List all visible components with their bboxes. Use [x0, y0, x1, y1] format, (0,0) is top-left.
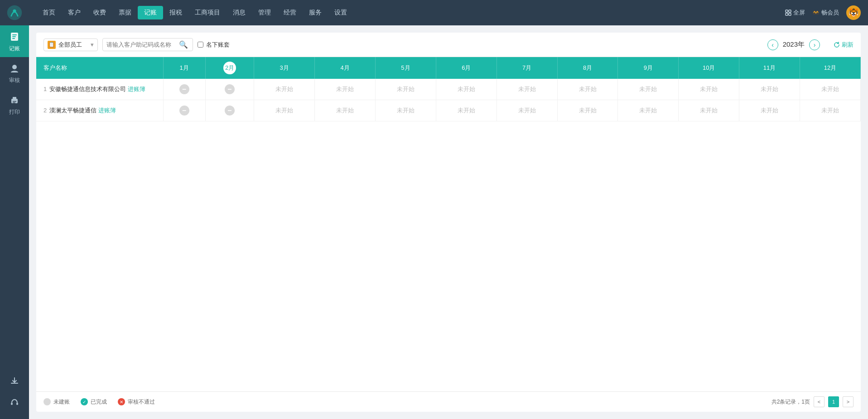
svg-rect-10 [13, 102, 15, 103]
sidebar-item-audit-label: 审核 [9, 77, 20, 84]
status-dash: – [225, 84, 235, 94]
employee-select[interactable]: 📋 全部员工 ▾ [43, 39, 98, 51]
svg-point-6 [12, 65, 17, 69]
td-mar: 未开始 [254, 100, 315, 121]
status-not-started: 未开始 [761, 107, 778, 114]
prev-page-btn[interactable]: < [814, 396, 825, 407]
td-sep: 未开始 [618, 79, 679, 100]
enter-link[interactable]: 进账簿 [98, 107, 116, 114]
user-avatar[interactable]: 🐯 [846, 5, 861, 20]
fullscreen-icon [785, 10, 791, 16]
fullscreen-label: 全屏 [793, 9, 805, 17]
table-header-row: 客户名称 1月 2月 3月 4月 5月 6月 7月 8月 9月 [36, 57, 861, 79]
vip-label: 畅会员 [821, 9, 839, 17]
chevron-down-icon: ▾ [91, 41, 94, 48]
search-input-wrap: 🔍 [102, 38, 193, 51]
td-sep: 未开始 [618, 100, 679, 121]
topnav-bookkeeping[interactable]: 记账 [138, 6, 163, 19]
td-client-name: 1安徽畅捷通信息技术有限公司 进账簿 [36, 79, 163, 100]
table-body: 1安徽畅捷通信息技术有限公司 进账簿––未开始未开始未开始未开始未开始未开始未开… [36, 79, 861, 121]
vip-btn[interactable]: 畅会员 [812, 9, 839, 17]
topnav-operations[interactable]: 经营 [277, 6, 303, 19]
legend-completed: ✓ 已完成 [81, 398, 107, 406]
th-aug: 8月 [557, 57, 618, 79]
th-nov: 11月 [739, 57, 800, 79]
status-not-started: 未开始 [518, 107, 536, 114]
svg-rect-8 [13, 97, 16, 99]
current-page-btn[interactable]: 1 [828, 396, 839, 407]
vip-icon [812, 9, 820, 16]
svg-rect-9 [13, 101, 16, 102]
status-not-started: 未开始 [336, 86, 354, 92]
my-accounts-checkbox[interactable] [198, 42, 203, 48]
th-sep: 9月 [618, 57, 679, 79]
td-oct: 未开始 [679, 100, 739, 121]
topnav-management[interactable]: 管理 [252, 6, 277, 19]
sidebar: 记账 审核 打印 [0, 0, 29, 419]
topnav-business[interactable]: 工商项目 [188, 6, 227, 19]
pagination: 共2条记录，1页 < 1 > [772, 396, 854, 407]
refresh-label: 刷新 [842, 41, 854, 49]
status-not-started: 未开始 [700, 107, 718, 114]
topnav-settings[interactable]: 设置 [328, 6, 353, 19]
prev-year-button[interactable]: ‹ [767, 39, 778, 50]
sidebar-item-audit[interactable]: 审核 [0, 57, 29, 89]
row-number: 1 [43, 86, 47, 92]
sidebar-item-bookkeeping-label: 记账 [9, 45, 20, 53]
th-may: 5月 [376, 57, 436, 79]
legend-dot-red: ✕ [118, 398, 125, 405]
topnav-tax[interactable]: 报税 [163, 6, 188, 19]
topnav-invoices[interactable]: 票据 [112, 6, 138, 19]
client-name: 安徽畅捷通信息技术有限公司 [49, 86, 126, 92]
td-may: 未开始 [376, 79, 436, 100]
search-input[interactable] [106, 41, 179, 48]
topnav-right: 全屏 畅会员 🐯 [785, 5, 861, 20]
topnav-services[interactable]: 服务 [303, 6, 328, 19]
sidebar-item-bookkeeping[interactable]: 记账 [0, 25, 29, 57]
td-mar: 未开始 [254, 79, 315, 100]
th-apr: 4月 [315, 57, 376, 79]
th-dec: 12月 [800, 57, 861, 79]
status-not-started: 未开始 [639, 107, 657, 114]
td-aug: 未开始 [557, 79, 618, 100]
next-year-button[interactable]: › [809, 39, 820, 50]
svg-rect-4 [12, 36, 16, 37]
topnav-clients[interactable]: 客户 [62, 6, 87, 19]
sidebar-download-btn[interactable] [5, 372, 24, 390]
fullscreen-btn[interactable]: 全屏 [785, 9, 805, 17]
topnav-messages[interactable]: 消息 [227, 6, 252, 19]
refresh-button[interactable]: 刷新 [834, 41, 854, 49]
topnav-billing[interactable]: 收费 [87, 6, 112, 19]
checkbox-text: 名下账套 [206, 41, 230, 49]
th-feb: 2月 [205, 57, 254, 79]
year-nav: ‹ 2023年 › [767, 39, 820, 50]
td-nov: 未开始 [739, 100, 800, 121]
status-not-started: 未开始 [458, 86, 475, 92]
status-dash: – [179, 84, 189, 94]
th-mar: 3月 [254, 57, 315, 79]
legend-rejected-label: 审核不通过 [128, 398, 155, 406]
next-page-btn[interactable]: > [843, 396, 854, 407]
footer: 未建账 ✓ 已完成 ✕ 审核不通过 共2条记录，1页 < 1 > [36, 391, 861, 412]
th-oct: 10月 [679, 57, 739, 79]
legend-not-started: 未建账 [43, 398, 70, 406]
content-area: 📋 全部员工 ▾ 🔍 名下账套 ‹ 2023年 › [29, 25, 868, 419]
sidebar-headset-btn[interactable] [5, 394, 24, 412]
status-not-started: 未开始 [275, 86, 293, 92]
sidebar-item-print[interactable]: 打印 [0, 89, 29, 120]
td-feb: – [205, 100, 254, 121]
status-not-started: 未开始 [397, 86, 415, 92]
checkbox-label[interactable]: 名下账套 [198, 41, 230, 49]
topnav-home[interactable]: 首页 [36, 6, 62, 19]
legend-completed-label: 已完成 [91, 398, 107, 406]
svg-rect-5 [12, 38, 15, 39]
toolbar: 📋 全部员工 ▾ 🔍 名下账套 ‹ 2023年 › [36, 33, 861, 57]
svg-rect-16 [786, 13, 788, 15]
td-client-name: 2漠澜太平畅捷通信 进账簿 [36, 100, 163, 121]
svg-point-1 [13, 10, 16, 13]
td-aug: 未开始 [557, 100, 618, 121]
bookkeeping-icon [8, 30, 21, 43]
enter-link[interactable]: 进账簿 [128, 86, 145, 92]
search-button[interactable]: 🔍 [179, 40, 188, 49]
td-jul: 未开始 [497, 79, 557, 100]
